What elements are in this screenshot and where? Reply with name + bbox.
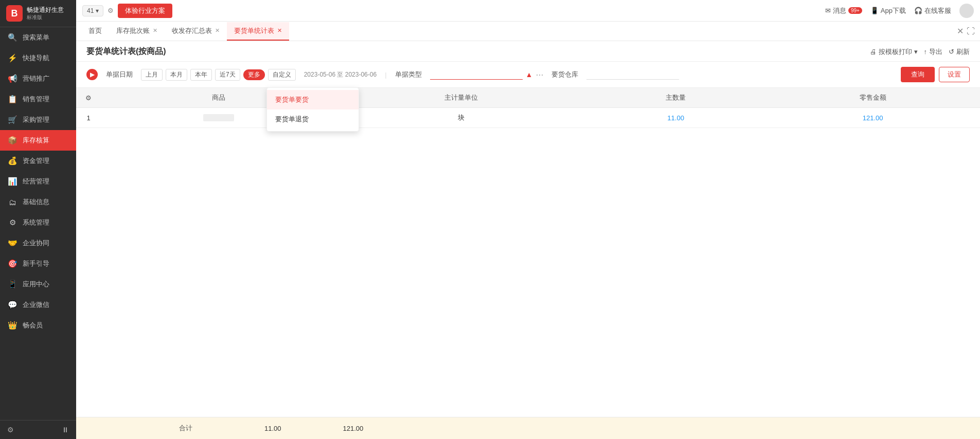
sidebar-item-sales[interactable]: 📋销售管理 [0, 89, 76, 109]
last-month-btn[interactable]: 上月 [141, 69, 163, 81]
doc-type-chevron-icon[interactable]: ▲ [526, 70, 533, 79]
this-month-btn[interactable]: 本月 [166, 69, 187, 81]
page-header: 要货单统计表(按商品) 🖨 按模板打印 ▾ ↑ 导出 ↺ 刷新 [76, 41, 980, 62]
footer-total-label: 合计 [179, 424, 192, 433]
tab-batch-account[interactable]: 库存批次账✕ [109, 22, 165, 41]
sidebar-label-inventory: 库存核算 [23, 136, 49, 145]
sidebar-label-system: 系统管理 [23, 218, 49, 227]
settings-gear-icon[interactable]: ⚙ [108, 7, 114, 14]
sidebar-item-marketing[interactable]: 📢营销推广 [0, 68, 76, 89]
sidebar-label-app-center: 应用中心 [23, 280, 49, 289]
footer-totals: 11.00 121.00 [264, 425, 363, 432]
tab-home[interactable]: 首页 [81, 22, 109, 41]
app-label: App下载 [881, 6, 906, 15]
doc-type-select-wrapper: ▲ ··· [430, 69, 544, 80]
sidebar-label-member: 畅会员 [23, 321, 43, 330]
member-icon: 👑 [7, 321, 17, 330]
sidebar-label-search: 搜索菜单 [23, 33, 49, 42]
sidebar-item-purchase[interactable]: 🛒采购管理 [0, 109, 76, 130]
industry-btn[interactable]: 体验行业方案 [118, 4, 172, 18]
row-0-amount: 121.00 [765, 108, 980, 128]
col-header-4: 零售金额 [765, 88, 980, 108]
app-download-item[interactable]: 📱 App下载 [870, 6, 906, 15]
sidebar-item-basic[interactable]: 🗂基础信息 [0, 192, 76, 212]
enterprise-icon: 🤝 [7, 239, 17, 248]
last-7-days-btn[interactable]: 近7天 [215, 69, 240, 81]
doc-type-more-icon[interactable]: ··· [536, 69, 543, 80]
dropdown-option-order[interactable]: 要货单要货 [267, 90, 359, 109]
doc-type-input[interactable] [430, 69, 523, 80]
service-item[interactable]: 🎧 在线客服 [914, 6, 951, 15]
dropdown-option-return[interactable]: 要货单退货 [267, 109, 359, 129]
tab-close-receive-summary[interactable]: ✕ [215, 27, 220, 34]
sidebar-item-app-center[interactable]: 📱应用中心 [0, 274, 76, 295]
sidebar-item-guide[interactable]: 🎯新手引导 [0, 253, 76, 274]
col-header-0[interactable]: ⚙ [76, 88, 101, 108]
phone-icon: 📱 [870, 7, 879, 14]
tab-request-summary[interactable]: 要货单统计表✕ [227, 22, 289, 41]
more-dates-btn[interactable]: 更多 [243, 69, 265, 80]
data-table: ⚙商品主计量单位主数量零售金额 1 块11.00121.00 [76, 88, 980, 128]
sidebar-item-operation[interactable]: 📊经营管理 [0, 171, 76, 192]
close-all-icon[interactable]: ✕ [957, 26, 964, 36]
date-range: 2023-05-06 至 2023-06-06 [304, 70, 377, 79]
date-label: 单据日期 [106, 70, 133, 79]
messages-item[interactable]: ✉ 消息 99+ [825, 6, 862, 15]
doc-type-dropdown: 要货单要货要货单退货 [266, 87, 359, 132]
table-footer: 合计 11.00 121.00 [76, 417, 980, 439]
expand-filter-btn[interactable]: ▶ [86, 69, 98, 80]
finance-icon: 💰 [7, 156, 17, 166]
col-header-3: 主数量 [586, 88, 765, 108]
sidebar-item-wechat[interactable]: 💬企业微信 [0, 295, 76, 315]
sidebar-item-system[interactable]: ⚙系统管理 [0, 212, 76, 233]
inventory-icon: 📦 [7, 136, 17, 145]
sidebar-label-wechat: 企业微信 [23, 300, 49, 309]
sidebar-label-quick-nav: 快捷导航 [23, 53, 49, 63]
page-title: 要货单统计表(按商品) [86, 46, 166, 57]
warehouse-input[interactable] [586, 69, 679, 80]
tab-close-batch-account[interactable]: ✕ [153, 27, 157, 34]
sales-icon: 📋 [7, 95, 17, 104]
user-avatar[interactable] [959, 4, 974, 18]
sidebar-label-basic: 基础信息 [23, 197, 49, 207]
topbar-left: 41 ▾ ⚙ 体验行业方案 [82, 4, 820, 18]
sidebar-label-guide: 新手引导 [23, 259, 49, 268]
tab-receive-summary[interactable]: 收发存汇总表✕ [165, 22, 227, 41]
messages-label: 消息 [833, 6, 846, 15]
settings-icon[interactable]: ⚙ [7, 426, 14, 434]
collapse-icon[interactable]: ⏸ [62, 426, 69, 434]
store-selector[interactable]: 41 ▾ [82, 5, 103, 16]
operation-icon: 📊 [7, 177, 17, 186]
sidebar-item-member[interactable]: 👑畅会员 [0, 315, 76, 336]
refresh-btn[interactable]: ↺ 刷新 [949, 47, 970, 57]
table-wrapper: ⚙商品主计量单位主数量零售金额 1 块11.00121.00 [76, 88, 980, 417]
settings-btn[interactable]: 设置 [939, 67, 970, 82]
custom-date-btn[interactable]: 自定义 [268, 69, 296, 81]
sidebar-label-operation: 经营管理 [23, 177, 49, 186]
export-icon: ↑ [924, 48, 928, 56]
tab-close-request-summary[interactable]: ✕ [277, 27, 282, 34]
system-icon: ⚙ [7, 218, 17, 227]
sidebar-item-search[interactable]: 🔍搜索菜单 [0, 27, 76, 48]
sidebar-logo: B 畅捷通好生意 标准版 [0, 0, 76, 27]
sidebar-bottom: ⚙ ⏸ [0, 420, 76, 439]
sidebar-item-inventory[interactable]: 📦库存核算 [0, 130, 76, 151]
sidebar-item-quick-nav[interactable]: ⚡快捷导航 [0, 48, 76, 68]
page-actions: 🖨 按模板打印 ▾ ↑ 导出 ↺ 刷新 [870, 47, 970, 57]
print-icon: 🖨 [870, 48, 877, 56]
query-btn[interactable]: 查询 [901, 67, 935, 82]
print-btn[interactable]: 🖨 按模板打印 ▾ [870, 47, 918, 57]
row-0-qty: 11.00 [586, 108, 765, 128]
topbar: 41 ▾ ⚙ 体验行业方案 ✉ 消息 99+ 📱 App下载 🎧 在线客服 [76, 0, 980, 22]
footer-qty: 11.00 [264, 425, 281, 432]
refresh-icon: ↺ [949, 48, 954, 56]
export-btn[interactable]: ↑ 导出 [924, 47, 943, 57]
store-name: 41 [87, 7, 94, 14]
this-year-btn[interactable]: 本年 [190, 69, 212, 81]
sidebar-item-enterprise[interactable]: 🤝企业协同 [0, 233, 76, 253]
divider1: | [385, 71, 386, 79]
page-content: 要货单统计表(按商品) 🖨 按模板打印 ▾ ↑ 导出 ↺ 刷新 ▶ [76, 41, 980, 439]
expand-icon[interactable]: ⛶ [967, 27, 975, 36]
warehouse-label: 要货仓库 [551, 70, 578, 79]
sidebar-item-finance[interactable]: 💰资金管理 [0, 151, 76, 171]
